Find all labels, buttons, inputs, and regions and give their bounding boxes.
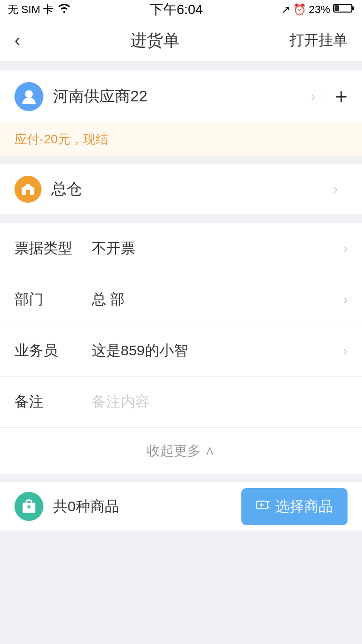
product-count: 共0种商品 bbox=[53, 497, 241, 517]
location-icon: ↗ bbox=[281, 3, 290, 16]
section-gap-3 bbox=[0, 214, 362, 223]
department-chevron-icon: › bbox=[343, 292, 348, 308]
select-product-button[interactable]: 选择商品 bbox=[241, 488, 348, 525]
add-supplier-button[interactable]: + bbox=[325, 86, 348, 107]
supplier-notice: 应付-20元，现结 bbox=[0, 123, 362, 155]
wifi-icon bbox=[57, 3, 71, 16]
remark-row[interactable]: 备注 备注内容 bbox=[0, 377, 362, 428]
invoice-type-label: 票据类型 bbox=[14, 238, 82, 258]
salesperson-value: 这是859的小智 bbox=[82, 341, 343, 361]
remark-input[interactable]: 备注内容 bbox=[82, 392, 348, 412]
battery-icon bbox=[333, 3, 354, 16]
select-product-label: 选择商品 bbox=[275, 497, 333, 517]
supplier-avatar bbox=[14, 82, 43, 111]
salesperson-label: 业务员 bbox=[14, 341, 82, 361]
collapse-label: 收起更多 ∧ bbox=[147, 442, 216, 460]
status-bar: 无 SIM 卡 下午6:04 ↗ ⏰ 23% bbox=[0, 0, 362, 19]
svg-rect-1 bbox=[352, 6, 354, 10]
warehouse-chevron-icon: › bbox=[334, 182, 338, 197]
remark-label: 备注 bbox=[14, 392, 82, 412]
back-button[interactable]: ‹ bbox=[14, 30, 20, 51]
warehouse-icon bbox=[14, 176, 42, 203]
svg-rect-6 bbox=[26, 190, 30, 195]
battery-label: 23% bbox=[309, 3, 330, 16]
page-background bbox=[0, 531, 362, 644]
svg-rect-2 bbox=[334, 5, 339, 11]
page-title: 进货单 bbox=[130, 29, 180, 52]
invoice-type-chevron-icon: › bbox=[343, 241, 348, 256]
section-gap-2 bbox=[0, 155, 362, 164]
open-pending-button[interactable]: 打开挂单 bbox=[290, 30, 348, 50]
alarm-icon: ⏰ bbox=[293, 3, 306, 16]
product-icon bbox=[14, 492, 43, 521]
section-gap-1 bbox=[0, 62, 362, 70]
warehouse-name: 总仓 bbox=[51, 179, 334, 200]
warehouse-section: 总仓 › bbox=[0, 164, 362, 214]
supplier-name: 河南供应商22 bbox=[53, 86, 311, 107]
nav-bar: ‹ 进货单 打开挂单 bbox=[0, 19, 362, 62]
select-product-icon bbox=[256, 499, 270, 514]
svg-marker-5 bbox=[21, 183, 35, 189]
form-section: 票据类型 不开票 › 部门 总 部 › 业务员 这是859的小智 › 备注 备注… bbox=[0, 223, 362, 474]
salesperson-chevron-icon: › bbox=[343, 343, 348, 359]
supplier-row[interactable]: 河南供应商22 › + bbox=[0, 70, 362, 123]
sim-label: 无 SIM 卡 bbox=[8, 2, 54, 17]
department-value: 总 部 bbox=[82, 290, 343, 309]
supplier-section: 河南供应商22 › + 应付-20元，现结 bbox=[0, 70, 362, 155]
invoice-type-row[interactable]: 票据类型 不开票 › bbox=[0, 223, 362, 274]
department-label: 部门 bbox=[14, 290, 82, 309]
status-right: ↗ ⏰ 23% bbox=[281, 3, 354, 16]
department-row[interactable]: 部门 总 部 › bbox=[0, 274, 362, 325]
collapse-button[interactable]: 收起更多 ∧ bbox=[0, 428, 362, 474]
salesperson-row[interactable]: 业务员 这是859的小智 › bbox=[0, 325, 362, 377]
warehouse-row[interactable]: 总仓 › bbox=[0, 164, 362, 214]
status-time: 下午6:04 bbox=[150, 0, 203, 19]
supplier-chevron-icon: › bbox=[311, 89, 315, 104]
status-left: 无 SIM 卡 bbox=[8, 2, 71, 17]
svg-point-3 bbox=[25, 90, 33, 98]
invoice-type-value: 不开票 bbox=[82, 238, 343, 258]
bottom-bar: 共0种商品 选择商品 bbox=[0, 482, 362, 531]
